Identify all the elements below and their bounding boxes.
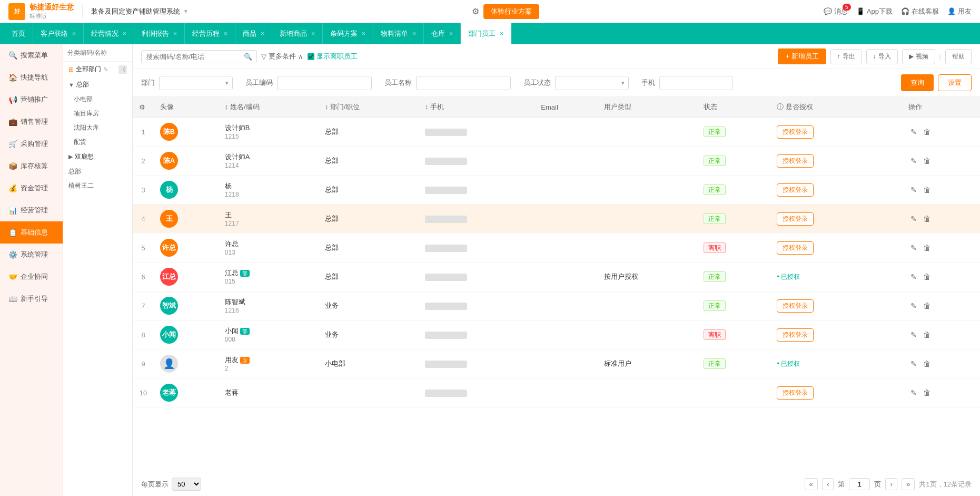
left-nav-item-sales[interactable]: 💼销售管理 [0,111,63,133]
query-button[interactable]: 查询 [901,74,934,91]
auth-login-button[interactable]: 授权登录 [777,241,814,255]
nav-tab-客户联络[interactable]: 客户联络× [33,23,84,44]
show-resigned-checkbox[interactable] [308,53,314,60]
tab-close-icon[interactable]: × [412,30,416,37]
nav-tab-部门员工[interactable]: 部门员工× [461,23,511,44]
tab-close-icon[interactable]: × [123,30,126,37]
view-button[interactable]: ▶ 视频 [902,49,935,64]
delete-button[interactable]: 🗑 [921,300,933,311]
delete-button[interactable]: 🗑 [921,242,933,253]
delete-button[interactable]: 🗑 [921,127,933,137]
edit-button[interactable]: ✎ [908,387,919,398]
app-download-btn[interactable]: 📱 App下载 [856,7,893,16]
sidebar-search-input[interactable] [67,49,133,56]
left-nav-item-guide[interactable]: 📖新手引导 [0,288,63,310]
tab-close-icon[interactable]: × [362,30,365,37]
dept-xiaodibu[interactable]: 小电部 [63,92,132,106]
edit-button[interactable]: ✎ [908,213,919,224]
edit-button[interactable]: ✎ [908,358,919,369]
dept-collapse-btn[interactable]: 《 [118,65,127,74]
set-button[interactable]: 设置 [938,74,972,91]
col-settings[interactable]: ⚙ [133,97,154,118]
dept-all-header[interactable]: ⊞ 全部部门 ✎ 《 [63,62,132,77]
edit-button[interactable]: ✎ [908,127,919,137]
nav-tab-经营情况[interactable]: 经营情况× [84,23,134,44]
auth-login-button[interactable]: 授权登录 [777,386,814,400]
delete-button[interactable]: 🗑 [921,184,933,195]
delete-button[interactable]: 🗑 [921,271,933,282]
left-nav-item-inventory[interactable]: 📦库存核算 [0,155,63,177]
export-button[interactable]: ↑ 导出 [830,49,862,64]
tab-close-icon[interactable]: × [261,30,264,37]
emp-name-input[interactable] [416,76,511,90]
nav-tab-新增商品[interactable]: 新增商品× [272,23,323,44]
tab-close-icon[interactable]: × [500,30,503,37]
edit-button[interactable]: ✎ [908,271,919,282]
settings-icon[interactable]: ⚙ [472,6,479,16]
dept-edit-icon[interactable]: ✎ [103,66,108,73]
auth-login-button[interactable]: 授权登录 [777,299,814,313]
search-input[interactable] [146,53,242,61]
col-phone[interactable]: ↕ 手机 [419,97,534,118]
nav-tab-条码方案[interactable]: 条码方案× [323,23,373,44]
edit-button[interactable]: ✎ [908,300,919,311]
last-page-btn[interactable]: » [902,478,915,490]
dept-zongbu[interactable]: ▼ 总部 [63,77,132,92]
dept-shuanglu[interactable]: ▶ 双鹿想 [63,149,132,164]
dept-zongbu2[interactable]: 总部 [63,164,132,179]
prev-page-btn[interactable]: ‹ [822,478,834,490]
more-conditions-btn[interactable]: ▽ 更多条件 ∧ [261,52,303,61]
edit-button[interactable]: ✎ [908,329,919,340]
nav-tab-利润报告[interactable]: 利润报告× [134,23,185,44]
auth-login-button[interactable]: 授权登录 [777,212,814,226]
trial-button[interactable]: 体验行业方案 [483,4,539,19]
delete-button[interactable]: 🗑 [921,213,933,224]
message-btn[interactable]: 💬 消息 5 [824,7,848,16]
add-employee-button[interactable]: + 新增员工 [778,48,826,64]
next-page-btn[interactable]: › [885,478,897,490]
left-nav-item-search[interactable]: 🔍搜索菜单 [0,44,63,66]
system-title-arrow[interactable]: ▾ [184,8,187,15]
col-name[interactable]: ↕ 姓名/编码 [219,97,319,118]
edit-button[interactable]: ✎ [908,242,919,253]
dept-xiangmu[interactable]: 项目库房 [63,106,132,121]
per-page-select[interactable]: 50 100 [172,478,201,491]
import-button[interactable]: ↓ 导入 [866,49,898,64]
nav-tab-经营历程[interactable]: 经营历程× [185,23,235,44]
emp-status-select[interactable] [555,76,629,90]
tab-close-icon[interactable]: × [311,30,315,37]
left-nav-item-purchase[interactable]: 🛒采购管理 [0,133,63,155]
auth-login-button[interactable]: 授权登录 [777,183,814,197]
tab-close-icon[interactable]: × [449,30,453,37]
nav-tab-仓库[interactable]: 仓库× [424,23,461,44]
help-button[interactable]: 帮助 [945,49,972,64]
delete-button[interactable]: 🗑 [921,358,933,369]
left-nav-item-marketing[interactable]: 📢营销推广 [0,89,63,111]
dept-select[interactable] [159,76,233,90]
phone-input[interactable] [659,76,733,90]
left-nav-item-operation[interactable]: 📊经营管理 [0,199,63,221]
auth-login-button[interactable]: 授权登录 [777,125,814,139]
user-btn[interactable]: 👤 用友 [947,7,972,16]
left-nav-item-quick-nav[interactable]: 🏠快捷导航 [0,66,63,89]
delete-button[interactable]: 🗑 [921,387,933,398]
tab-close-icon[interactable]: × [173,30,177,37]
tab-close-icon[interactable]: × [72,30,76,37]
nav-tab-物料清单[interactable]: 物料清单× [373,23,424,44]
delete-button[interactable]: 🗑 [921,329,933,340]
emp-code-input[interactable] [277,76,372,90]
left-nav-item-system[interactable]: ⚙️系统管理 [0,244,63,266]
online-service-btn[interactable]: 🎧 在线客服 [901,7,939,16]
tab-close-icon[interactable]: × [224,30,227,37]
dept-peihuo[interactable]: 配货 [63,135,132,149]
nav-tab-首页[interactable]: 首页 [4,23,33,44]
dept-zhishu[interactable]: 植树王二 [63,179,132,193]
edit-button[interactable]: ✎ [908,155,919,166]
col-dept[interactable]: ↕ 部门/职位 [319,97,419,118]
left-nav-item-finance[interactable]: 💰资金管理 [0,177,63,199]
first-page-btn[interactable]: « [805,478,818,490]
edit-button[interactable]: ✎ [908,184,919,195]
show-resigned-toggle[interactable]: 显示离职员工 [308,52,358,61]
page-number-input[interactable] [849,478,870,490]
delete-button[interactable]: 🗑 [921,155,933,166]
